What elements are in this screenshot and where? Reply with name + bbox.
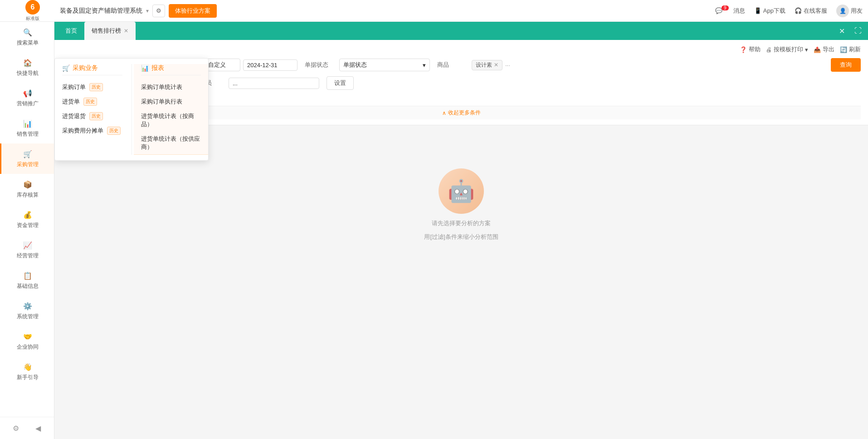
- collapse-up-icon: ∧: [442, 110, 446, 116]
- tab-expand-icon[interactable]: ⛶: [852, 25, 864, 37]
- sidebar-item-label: 资金管理: [17, 222, 39, 229]
- sidebar-item-sales[interactable]: 📊销售管理: [0, 113, 54, 143]
- app-item[interactable]: 📱 App下载: [754, 7, 785, 15]
- dropdown-item-label: 采购订单统计表: [141, 83, 182, 91]
- service-item[interactable]: 🎧 在线客服: [795, 7, 827, 15]
- export-btn[interactable]: 📤 导出: [814, 45, 834, 54]
- sidebar-item-newbie[interactable]: 👋新手引导: [0, 356, 54, 387]
- help-label: 帮助: [749, 45, 761, 54]
- system-title-area: 装备及固定资产辅助管理系统 ▾ ⚙ 体验行业方案: [60, 4, 715, 18]
- purchase-col-title-label: 采购业务: [73, 64, 98, 72]
- logo-char: 6: [31, 3, 35, 11]
- user-item[interactable]: 👤 用友: [836, 5, 863, 17]
- report-dropdown-item[interactable]: 采购订单统计表: [141, 80, 201, 94]
- top-header: 6 标准版 装备及固定资产辅助管理系统 ▾ ⚙ 体验行业方案 💬 9 消息 📱 …: [0, 0, 868, 22]
- print-dropdown-icon: ▾: [805, 46, 808, 53]
- goods-label: 商品: [437, 61, 464, 69]
- collapse-sidebar-icon[interactable]: ◀: [32, 422, 44, 434]
- status-select[interactable]: 单据状态 ▾: [339, 59, 430, 71]
- sidebar-item-inventory[interactable]: 📦库存核算: [0, 174, 54, 204]
- sidebar-item-label: 库存核算: [17, 191, 39, 199]
- settings-icon[interactable]: ⚙: [152, 5, 165, 17]
- report-col: 📊 报表 采购订单统计表采购订单执行表进货单统计表（按商品）进货单统计表（按供应…: [134, 64, 209, 155]
- purchase-dropdown-item[interactable]: 进货退货历史: [62, 109, 122, 123]
- basic-icon: 📋: [23, 271, 33, 281]
- hist-badge: 历史: [107, 127, 121, 135]
- sidebar-item-finance[interactable]: 💰资金管理: [0, 204, 54, 235]
- filter-toolbar: ❓ 帮助 🖨 按模板打印 ▾ 📤 导出 🔄 刷新: [62, 45, 861, 54]
- tab-bar-right: ✕ ⛶: [835, 25, 864, 37]
- dropdown-item-label: 采购费用分摊单: [62, 127, 103, 135]
- sidebar-item-basic[interactable]: 📋基础信息: [0, 265, 54, 296]
- msg-item[interactable]: 💬 9 消息: [715, 7, 745, 15]
- tab-home[interactable]: 首页: [58, 22, 84, 40]
- goods-tag-close[interactable]: ✕: [494, 62, 498, 68]
- report-dropdown-item[interactable]: 采购订单执行表: [141, 94, 201, 109]
- export-icon: 📤: [814, 46, 821, 53]
- purchase-col: 🛒 采购业务 采购订单历史进货单历史进货退货历史采购费用分摊单历史: [55, 64, 130, 155]
- cart-icon: 🛒: [62, 64, 70, 72]
- set-btn[interactable]: 设置: [327, 76, 354, 90]
- industry-btn[interactable]: 体验行业方案: [169, 4, 217, 18]
- settings-bottom-icon[interactable]: ⚙: [10, 422, 22, 434]
- sidebar-item-label: 搜索菜单: [17, 39, 39, 47]
- goods-dots[interactable]: ···: [505, 62, 510, 69]
- refresh-icon: 🔄: [840, 46, 847, 53]
- msg-label: 消息: [733, 7, 745, 15]
- purchase-dropdown-item[interactable]: 采购订单历史: [62, 80, 122, 94]
- page-content: ❓ 帮助 🖨 按模板打印 ▾ 📤 导出 🔄 刷新: [54, 40, 868, 439]
- system-dropdown-arrow[interactable]: ▾: [146, 8, 149, 14]
- collab-icon: 🤝: [23, 331, 33, 341]
- sidebar-item-label: 基础信息: [17, 282, 39, 290]
- print-btn[interactable]: 🖨 按模板打印 ▾: [766, 45, 808, 54]
- report-dropdown-item[interactable]: 进货单统计表（按商品）: [141, 109, 201, 132]
- hist-badge: 历史: [89, 83, 103, 91]
- sidebar-item-label: 新手引导: [17, 374, 39, 381]
- sidebar-item-search[interactable]: 🔍搜索菜单: [0, 22, 54, 52]
- logo-icon: 6: [25, 0, 40, 15]
- logo-sub: 标准版: [26, 15, 39, 22]
- report-col-title-label: 报表: [151, 64, 164, 72]
- sidebar-item-system[interactable]: ⚙️系统管理: [0, 296, 54, 326]
- purchase-dropdown-item[interactable]: 采购费用分摊单历史: [62, 123, 122, 138]
- sidebar-item-quick[interactable]: 🏠快捷导航: [0, 52, 54, 83]
- sidebar-item-label: 销售管理: [17, 130, 39, 138]
- salesman-dots: ...: [233, 80, 238, 87]
- help-btn[interactable]: ❓ 帮助: [740, 45, 761, 54]
- phone-icon: 📱: [754, 7, 761, 14]
- purchase-dropdown-item[interactable]: 进货单历史: [62, 94, 122, 109]
- goods-tag: 设计素 ✕: [472, 60, 502, 70]
- user-label: 用友: [851, 7, 863, 15]
- tab-close-icon[interactable]: ✕: [124, 28, 128, 34]
- query-btn[interactable]: 查询: [831, 58, 861, 72]
- sidebar-item-operation[interactable]: 📈经营管理: [0, 235, 54, 265]
- print-label: 按模板打印: [774, 45, 803, 54]
- sidebar-item-purchase[interactable]: 🛒采购管理: [0, 143, 54, 174]
- refresh-btn[interactable]: 🔄 刷新: [840, 45, 861, 54]
- sidebar-item-marketing[interactable]: 📢营销推广: [0, 83, 54, 113]
- help-icon: ❓: [740, 46, 747, 53]
- refresh-label: 刷新: [849, 45, 861, 54]
- report-col-title: 📊 报表: [141, 64, 201, 75]
- tab-close-window-icon[interactable]: ✕: [835, 25, 848, 37]
- marketing-icon: 📢: [23, 88, 33, 98]
- dropdown-item-label: 进货单: [62, 98, 80, 106]
- tab-sales-rank[interactable]: 销售排行榜 ✕: [84, 22, 136, 40]
- report-dropdown-item[interactable]: 进货单统计表（按供应商）: [141, 132, 201, 154]
- app-label: App下载: [763, 7, 785, 15]
- dropdown-item-label: 进货退货: [62, 112, 86, 120]
- dropdown-item-label: 进货单统计表（按商品）: [141, 112, 201, 128]
- sidebar-item-collab[interactable]: 🤝企业协同: [0, 326, 54, 356]
- salesman-select[interactable]: ...: [229, 78, 319, 89]
- collapse-label: 收起更多条件: [448, 109, 481, 117]
- date-value[interactable]: 2024-12-31: [243, 59, 297, 71]
- quick-icon: 🏠: [23, 58, 33, 68]
- avatar: 👤: [836, 5, 849, 17]
- header-right: 💬 9 消息 📱 App下载 🎧 在线客服 👤 用友: [715, 5, 863, 17]
- sidebar-item-label: 企业协同: [17, 343, 39, 351]
- date-custom-btn[interactable]: 自定义: [204, 59, 240, 71]
- status-select-value: 单据状态: [343, 61, 367, 69]
- dropdown-cols: 🛒 采购业务 采购订单历史进货单历史进货退货历史采购费用分摊单历史 📊 报表 采…: [55, 64, 208, 155]
- hist-badge: 历史: [83, 98, 97, 106]
- empty-icon: 🤖: [439, 168, 484, 214]
